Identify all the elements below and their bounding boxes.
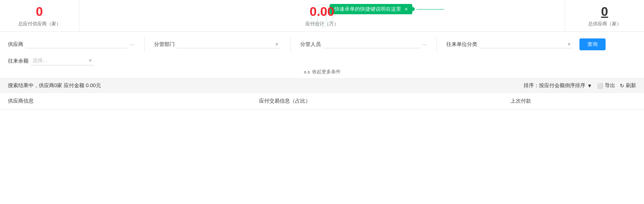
filter-bar: 供应商 ··· 分管部门 ▼ 分管人员 ··· 往来单位分类 ▼ bbox=[0, 32, 644, 79]
result-bar: 搜索结果中，供应商0家 应付金额 0.00元 排序：按应付会额倒序排序 ▼ ⬜ … bbox=[0, 79, 644, 93]
stat-total-payable: 0 总应付供应商（家） bbox=[0, 0, 79, 31]
sort-select[interactable]: 排序：按应付会额倒序排序 ▼ bbox=[524, 82, 592, 89]
stat-payable-label: 总应付供应商（家） bbox=[18, 21, 61, 27]
table-col-supplier-info: 供应商信息 bbox=[8, 97, 259, 105]
filter-dept: 分管部门 ▼ bbox=[154, 41, 281, 48]
filter-supplier-label: 供应商 bbox=[8, 41, 23, 48]
export-btn[interactable]: ⬜ 导出 bbox=[597, 82, 615, 89]
stat-payable-total: 0.00 应付合计（万） bbox=[282, 0, 362, 31]
balance-chevron-icon: ▼ bbox=[88, 58, 93, 63]
stats-bar: 0 总应付供应商（家） 快速录单的快捷键说明在这里 × 0 总供应商（家） 0.… bbox=[0, 0, 644, 32]
refresh-label: 刷新 bbox=[626, 82, 636, 89]
query-button[interactable]: 查询 bbox=[579, 38, 606, 50]
tooltip-line bbox=[417, 9, 444, 10]
tooltip-close-btn[interactable]: × bbox=[404, 6, 408, 12]
export-label: 导出 bbox=[605, 82, 615, 89]
table-col-payable-info: 应付交易信息（占比） bbox=[259, 97, 510, 105]
dept-select[interactable]: ▼ bbox=[177, 41, 281, 48]
filter-balance: 往来余额 选择... ▼ bbox=[8, 56, 135, 65]
collapse-label: 收起更多条件 bbox=[312, 69, 341, 75]
result-info: 搜索结果中，供应商0家 应付金额 0.00元 bbox=[8, 82, 101, 89]
filter-unit-class-label: 往来单位分类 bbox=[446, 41, 477, 48]
filter-person-label: 分管人员 bbox=[300, 41, 321, 48]
refresh-icon: ↻ bbox=[620, 83, 624, 89]
unit-class-chevron-icon: ▼ bbox=[567, 42, 572, 47]
divider-1 bbox=[144, 36, 145, 52]
tooltip-dot bbox=[411, 7, 415, 11]
balance-placeholder: 选择... bbox=[32, 57, 88, 64]
result-actions: 排序：按应付会额倒序排序 ▼ ⬜ 导出 ↻ 刷新 bbox=[524, 82, 636, 89]
divider-2 bbox=[290, 36, 291, 52]
supplier-input[interactable] bbox=[26, 40, 128, 48]
sort-chevron-icon: ▼ bbox=[587, 83, 592, 89]
dept-chevron-icon: ▼ bbox=[274, 42, 279, 47]
filter-balance-label: 往来余额 bbox=[8, 57, 29, 65]
filter-dept-label: 分管部门 bbox=[154, 41, 175, 48]
table-header: 供应商信息 应付交易信息（占比） 上次付款 bbox=[0, 93, 644, 110]
filter-person: 分管人员 ··· bbox=[300, 40, 427, 48]
filter-unit-class: 往来单位分类 ▼ bbox=[446, 41, 573, 48]
filter-row-2: 往来余额 选择... ▼ bbox=[8, 56, 636, 65]
stat-total-suppliers: 0 总供应商（家） bbox=[565, 0, 644, 31]
collapse-btn[interactable]: ∧∧ 收起更多条件 bbox=[303, 69, 341, 75]
stat-suppliers-number: 0 bbox=[601, 4, 608, 19]
table-col-last-payment: 上次付款 bbox=[511, 97, 636, 105]
supplier-dots-btn[interactable]: ··· bbox=[130, 41, 135, 48]
stat-suppliers-label: 总供应商（家） bbox=[588, 21, 621, 27]
refresh-btn[interactable]: ↻ 刷新 bbox=[620, 82, 636, 89]
table-body bbox=[0, 110, 644, 204]
person-dots-btn[interactable]: ··· bbox=[422, 41, 427, 48]
balance-select[interactable]: 选择... ▼ bbox=[31, 56, 94, 65]
filter-supplier: 供应商 ··· bbox=[8, 40, 135, 48]
stat-payable-total-number: 0.00 bbox=[310, 4, 334, 19]
export-icon: ⬜ bbox=[597, 83, 603, 89]
stat-payable-number: 0 bbox=[36, 4, 43, 19]
unit-class-select[interactable]: ▼ bbox=[480, 41, 573, 48]
person-input[interactable] bbox=[323, 40, 420, 48]
divider-3 bbox=[436, 36, 437, 52]
filter-row-1: 供应商 ··· 分管部门 ▼ 分管人员 ··· 往来单位分类 ▼ bbox=[8, 36, 636, 52]
stat-payable-total-label: 应付合计（万） bbox=[305, 21, 339, 27]
collapse-up-icon: ∧∧ bbox=[303, 69, 311, 75]
sort-label: 排序：按应付会额倒序排序 bbox=[524, 82, 585, 89]
